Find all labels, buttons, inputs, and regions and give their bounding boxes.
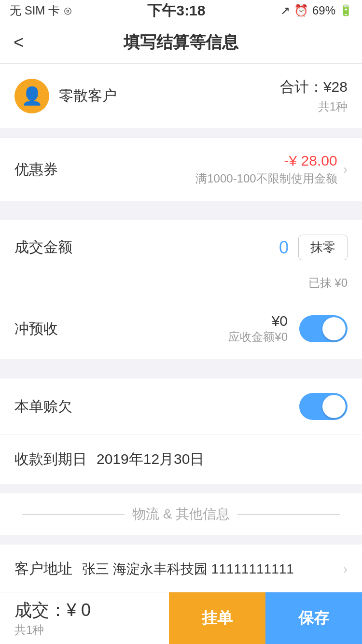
status-time: 下午3:18 <box>147 1 205 21</box>
debt-row: 本单赊欠 <box>0 378 362 434</box>
coupon-arrow: › <box>343 162 348 177</box>
debt-label: 本单赊欠 <box>14 397 72 417</box>
bottom-deal-value: ¥ 0 <box>67 600 91 620</box>
battery-icon: 🔋 <box>339 4 352 17</box>
round-off-button[interactable]: 抹零 <box>298 235 348 260</box>
bottom-summary: 成交：¥ 0 共1种 <box>0 599 169 638</box>
prepay-toggle[interactable] <box>299 315 348 342</box>
bottom-deal-row: 成交：¥ 0 <box>14 599 154 622</box>
coupon-value: -¥ 28.00 <box>195 153 337 169</box>
separator-2 <box>0 359 362 369</box>
nav-bar: < 填写结算等信息 <box>0 21 362 64</box>
duedate-row: 收款到期日 2019年12月30日 <box>0 434 362 484</box>
deal-value: 0 <box>279 238 289 258</box>
debt-toggle[interactable] <box>299 393 348 420</box>
save-button[interactable]: 保存 <box>265 592 362 644</box>
deal-row: 成交金额 0 抹零 <box>0 220 362 275</box>
coupon-section: 优惠券 -¥ 28.00 满1000-100不限制使用金额 › <box>0 138 362 201</box>
prepay-sub: 应收金额¥0 <box>228 329 288 345</box>
address-label: 客户地址 <box>14 559 72 579</box>
coupon-sub: 满1000-100不限制使用金额 <box>195 171 337 186</box>
location-icon: ↗ <box>280 4 290 17</box>
status-left: 无 SIM 卡 ⊙ <box>10 3 72 18</box>
prepay-label: 冲预收 <box>14 319 58 339</box>
page-title: 填写结算等信息 <box>124 31 238 54</box>
status-right: ↗ ⏰ 69% 🔋 <box>280 4 352 17</box>
duedate-label: 收款到期日 <box>14 449 87 469</box>
logistics-section: 物流 & 其他信息 <box>0 493 362 535</box>
prepay-right: ¥0 应收金额¥0 <box>228 313 348 345</box>
avatar-icon: 👤 <box>21 86 43 106</box>
prepay-amount: ¥0 <box>228 313 288 329</box>
coupon-right: -¥ 28.00 满1000-100不限制使用金额 › <box>195 153 348 186</box>
duedate-value: 2019年12月30日 <box>97 449 204 469</box>
deal-sub: 已抹 ¥0 <box>0 275 362 298</box>
customer-right: 合计：¥28 共1种 <box>280 77 348 114</box>
address-value: 张三 海淀永丰科技园 11111111111 <box>82 560 337 578</box>
customer-section: 👤 零散客户 合计：¥28 共1种 <box>0 64 362 128</box>
coupon-values: -¥ 28.00 满1000-100不限制使用金额 <box>195 153 337 186</box>
separator-3 <box>0 484 362 493</box>
bottom-deal-label: 成交： <box>14 600 67 620</box>
customer-avatar: 👤 <box>14 79 49 113</box>
bottom-bar: 成交：¥ 0 共1种 挂单 保存 <box>0 592 362 644</box>
back-button[interactable]: < <box>14 32 24 53</box>
customer-count: 共1种 <box>280 99 348 114</box>
customer-row: 👤 零散客户 合计：¥28 共1种 <box>0 64 362 128</box>
deal-label: 成交金额 <box>14 238 72 257</box>
sim-status: 无 SIM 卡 ⊙ <box>10 3 72 18</box>
status-bar: 无 SIM 卡 ⊙ 下午3:18 ↗ ⏰ 69% 🔋 <box>0 0 362 21</box>
address-row[interactable]: 客户地址 张三 海淀永丰科技园 11111111111 › <box>0 545 362 593</box>
prepay-row: 冲预收 ¥0 应收金额¥0 <box>0 298 362 359</box>
logistics-header: 物流 & 其他信息 <box>0 493 362 535</box>
deal-right: 0 抹零 <box>279 235 348 260</box>
customer-total: 合计：¥28 <box>280 77 348 97</box>
coupon-label: 优惠券 <box>14 160 58 180</box>
separator-1 <box>0 210 362 220</box>
debt-toggle-circle <box>322 395 346 418</box>
deal-section: 成交金额 0 抹零 已抹 ¥0 冲预收 ¥0 应收金额¥0 <box>0 220 362 359</box>
address-section: 客户地址 张三 海淀永丰科技园 11111111111 › <box>0 545 362 593</box>
coupon-row[interactable]: 优惠券 -¥ 28.00 满1000-100不限制使用金额 › <box>0 138 362 201</box>
customer-name: 零散客户 <box>59 86 117 106</box>
logistics-title: 物流 & 其他信息 <box>132 505 230 523</box>
customer-left: 👤 零散客户 <box>14 79 117 113</box>
alarm-icon: ⏰ <box>294 4 308 17</box>
hold-button[interactable]: 挂单 <box>169 592 265 644</box>
bottom-count: 共1种 <box>14 622 154 638</box>
debt-section: 本单赊欠 收款到期日 2019年12月30日 <box>0 378 362 484</box>
address-arrow: › <box>343 561 348 577</box>
toggle-circle <box>322 317 346 340</box>
battery-level: 69% <box>312 4 335 17</box>
prepay-values: ¥0 应收金额¥0 <box>228 313 288 345</box>
